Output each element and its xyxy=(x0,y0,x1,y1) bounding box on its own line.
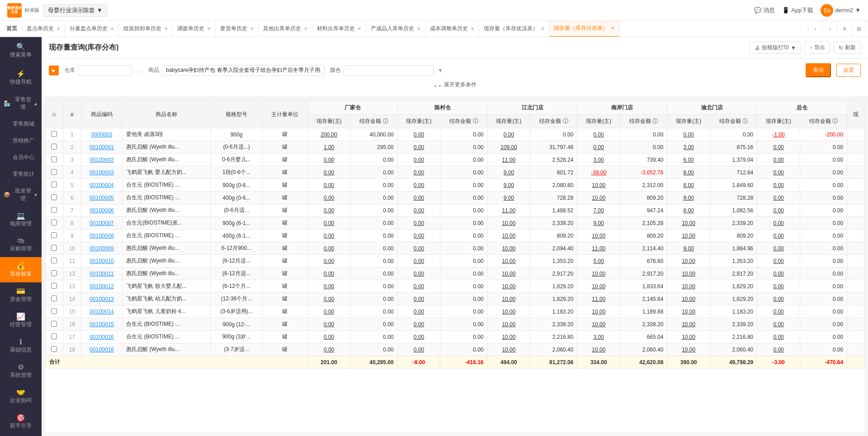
row-checkbox[interactable] xyxy=(46,179,63,192)
goods-input[interactable] xyxy=(162,65,325,76)
export-btn[interactable]: ↑ 导出 xyxy=(805,42,830,54)
sidebar-item-retail-stats[interactable]: 零售统计 xyxy=(0,166,42,183)
sidebar-item-finance[interactable]: 💳 资金管理 xyxy=(0,282,42,308)
row-checkbox[interactable] xyxy=(46,192,63,204)
tab-6[interactable]: 其他出库单历史 ✕ xyxy=(259,21,312,37)
sidebar-item-nav[interactable]: ⚡ 快捷导航 xyxy=(0,64,42,91)
row-c-qty: 0.00 xyxy=(397,280,440,293)
expand-conditions-btn[interactable]: ⌄⌄ 展开更多条件 xyxy=(429,79,480,90)
goods-label: 商品 xyxy=(148,66,159,74)
sidebar-item-purchase[interactable]: 🛍 采购管理 xyxy=(0,232,42,257)
row-checkbox[interactable] xyxy=(46,331,63,343)
sidebar-item-collab[interactable]: 🤝 企业协同 xyxy=(0,384,42,409)
sidebar-item-retail-mgmt[interactable]: 🏪 零售管理 ▲ xyxy=(0,91,42,116)
tab-2[interactable]: 分量盘点单历史 ✕ xyxy=(65,21,119,37)
row-checkbox[interactable] xyxy=(46,128,63,141)
row-index: 1 xyxy=(63,128,81,141)
row-checkbox[interactable] xyxy=(46,154,63,166)
sidebar-item-inventory[interactable]: 💰 库存核算 xyxy=(0,257,42,282)
col-gear[interactable]: ⚙ xyxy=(46,101,63,128)
row-checkbox[interactable] xyxy=(46,318,63,331)
settings-btn[interactable]: 设置 xyxy=(836,64,861,77)
sidebar-item-business[interactable]: 📈 经营管理 xyxy=(0,308,42,333)
tab-home[interactable]: 首页 xyxy=(2,21,22,37)
row-checkbox[interactable] xyxy=(46,343,63,356)
tab-close-icon[interactable]: ✕ xyxy=(541,26,544,31)
row-checkbox[interactable] xyxy=(46,255,63,267)
tab-8[interactable]: 产成品入库单历史 ✕ xyxy=(366,21,425,37)
warehouse-input[interactable] xyxy=(78,65,132,76)
user-menu[interactable]: Ea demo2 ▼ xyxy=(821,4,861,17)
tab-10[interactable]: 现存量（库存状况表）✕ xyxy=(479,21,549,37)
tab-next-btn[interactable]: › xyxy=(823,21,837,37)
tab-close-icon[interactable]: ✕ xyxy=(471,26,474,31)
tab-prev-btn[interactable]: ‹ xyxy=(808,21,823,37)
sidebar-item-system[interactable]: ⚙ 系统管理 xyxy=(0,358,42,384)
col-y-qty: 现存量(主) xyxy=(667,115,710,128)
print-btn[interactable]: 🖨 按模版打印 ▼ xyxy=(750,42,801,54)
sidebar-item-member[interactable]: 会员中心 xyxy=(0,149,42,166)
row-checkbox[interactable] xyxy=(46,242,63,255)
color-input[interactable] xyxy=(344,65,434,76)
sidebar-item-search[interactable]: 🔍 搜索英单 xyxy=(0,37,42,64)
tab-close-icon[interactable]: ✕ xyxy=(250,26,254,31)
tab-9[interactable]: 成本调整单历史 ✕ xyxy=(425,21,479,37)
tab-close-icon[interactable]: ✕ xyxy=(164,26,168,31)
industry-selector[interactable]: 母婴行业演示陈套 ▼ xyxy=(43,4,108,17)
tab-7[interactable]: 材料出库单历史 ✕ xyxy=(312,21,366,37)
row-y-qty: 10.00 xyxy=(667,305,710,318)
tab-close-icon[interactable]: ✕ xyxy=(611,26,614,31)
sidebar-item-apps[interactable]: 📱 应用中心 xyxy=(0,434,42,436)
filter-collapse-btn[interactable]: ► xyxy=(49,66,59,75)
app-download-btn[interactable]: 📱 App下载 xyxy=(782,6,813,14)
row-f-qty: 0.00 xyxy=(307,343,350,356)
sidebar-item-basic[interactable]: ℹ 基础信息 xyxy=(0,333,42,358)
tab-close-icon[interactable]: ✕ xyxy=(207,26,211,31)
row-checkbox[interactable] xyxy=(46,230,63,242)
sidebar-item-shop[interactable]: 零售商城 xyxy=(0,116,42,132)
tab-close-icon[interactable]: ✕ xyxy=(57,26,60,31)
tab-5[interactable]: 要货单历史 ✕ xyxy=(216,21,259,37)
sum-y-qty: 390.00 xyxy=(667,356,710,369)
refresh-btn[interactable]: ↻ 刷新 xyxy=(834,42,861,54)
sidebar-item-ecommerce[interactable]: 💻 电商管理 xyxy=(0,207,42,232)
row-current xyxy=(847,280,864,293)
row-checkbox[interactable] xyxy=(46,166,63,179)
row-index: 8 xyxy=(63,217,81,230)
sidebar-item-wholesale[interactable]: 📦 批发管理 ▼ xyxy=(0,183,42,207)
sidebar-item-guide[interactable]: 🎯 新手引导 xyxy=(0,409,42,434)
row-checkbox[interactable] xyxy=(46,280,63,293)
row-checkbox[interactable] xyxy=(46,204,63,217)
warehouse-dots-btn[interactable]: ... xyxy=(135,67,143,74)
table-row: 12 00100011 惠氏启醒 (Wyeth illu... (6-12月适.… xyxy=(46,267,864,280)
tab-close-icon[interactable]: ✕ xyxy=(358,26,361,31)
tab-close-all-btn[interactable]: ✕ xyxy=(837,21,852,37)
row-f-qty: 200.00 xyxy=(307,128,350,141)
table-row: 17 00100016 合生元 (BIOSTIME) ... 900g (3岁.… xyxy=(46,331,864,343)
warehouse-filter: 仓库 ... xyxy=(64,65,143,76)
tab-close-icon[interactable]: ✕ xyxy=(110,26,114,31)
row-j-qty: 10.00 xyxy=(487,217,530,230)
tab-expand-btn[interactable]: ⊞ xyxy=(852,21,866,37)
tab-1[interactable]: 盘点单历史 ✕ xyxy=(22,21,65,37)
tab-close-icon[interactable]: ✕ xyxy=(304,26,307,31)
row-j-amt: 2,339.20 xyxy=(530,217,577,230)
row-checkbox[interactable] xyxy=(46,293,63,305)
row-checkbox[interactable] xyxy=(46,305,63,318)
sidebar-item-marketing[interactable]: 营销推广 xyxy=(0,132,42,149)
tab-close-icon[interactable]: ✕ xyxy=(417,26,420,31)
query-btn[interactable]: 查询 xyxy=(806,63,831,77)
sum-f-qty: 201.00 xyxy=(307,356,350,369)
row-checkbox[interactable] xyxy=(46,267,63,280)
row-n-qty: 3.00 xyxy=(577,331,620,343)
row-checkbox[interactable] xyxy=(46,217,63,230)
row-n-qty: 10.00 xyxy=(577,267,620,280)
row-current xyxy=(847,331,864,343)
tab-3[interactable]: 组装拆卸单历史 ✕ xyxy=(119,21,173,37)
row-unit: 罐 xyxy=(262,192,307,204)
row-checkbox[interactable] xyxy=(46,141,63,154)
messages-btn[interactable]: 💬 消息 xyxy=(754,6,775,14)
tab-11-active[interactable]: 现存量（库存分布表）✕ xyxy=(549,21,619,37)
row-c-amt: 0.00 xyxy=(440,230,487,242)
tab-4[interactable]: 调拨单历史 ✕ xyxy=(173,21,216,37)
